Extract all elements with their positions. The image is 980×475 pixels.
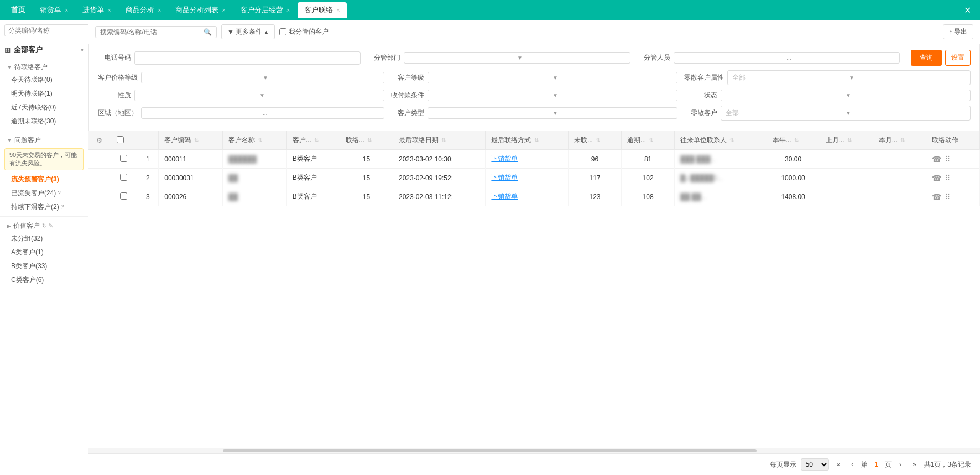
sidebar-item-today[interactable]: 今天待联络(0) (0, 73, 88, 87)
sort-last-contact-date-icon[interactable]: ⇅ (441, 137, 446, 143)
sort-overdue-icon[interactable]: ⇅ (649, 137, 653, 143)
close-customer-connect-tab-icon[interactable]: × (336, 7, 340, 13)
sort-code-icon[interactable]: ⇅ (194, 137, 199, 143)
sidebar-item-tomorrow[interactable]: 明天待联络(1) (0, 87, 88, 101)
customer-type-select[interactable]: ▼ (428, 107, 677, 119)
tab-analysis-list[interactable]: 商品分析列表 × (169, 2, 232, 18)
sort-uncontacted-icon[interactable]: ⇅ (596, 137, 600, 143)
row-last-contact-method-2[interactable]: 下销货单 (486, 187, 569, 206)
col-customer-type[interactable]: 客户... ⇅ (286, 131, 340, 150)
horizontal-scrollbar[interactable] (88, 448, 980, 453)
sidebar-item-classC[interactable]: C类客户(6) (0, 273, 88, 287)
col-last-contact-method[interactable]: 最后联络方式 ⇅ (486, 131, 569, 150)
sidebar-item-lost-risk[interactable]: 流失预警客户(3) (0, 173, 88, 186)
row-checkbox-2[interactable] (111, 187, 137, 206)
action-connect-icon-0[interactable]: ☎ (932, 155, 941, 164)
sidebar-group-problem-label[interactable]: ▼ 问题客户 (0, 133, 88, 146)
my-customers-checkbox-label[interactable]: 我分管的客户 (279, 27, 329, 36)
sort-last-month-icon[interactable]: ⇅ (847, 137, 852, 143)
sort-customer-type-icon[interactable]: ⇅ (314, 137, 319, 143)
sidebar-root-header[interactable]: ⊞ 全部客户 « (0, 41, 88, 58)
filter-search-input[interactable] (100, 28, 204, 36)
col-last-contact-date[interactable]: 最后联络日期 ⇅ (393, 131, 485, 150)
sidebar-group-pending-label[interactable]: ▼ 待联络客户 (0, 60, 88, 73)
settings-button[interactable]: 设置 (945, 50, 971, 66)
last-page-button[interactable]: » (909, 460, 920, 469)
customer-level-select[interactable]: ▼ (428, 72, 677, 83)
sidebar-search-input[interactable] (4, 24, 88, 36)
sidebar-item-declining[interactable]: 持续下滑客户(2) ? (0, 200, 88, 214)
sidebar-item-lost-actual[interactable]: 已流失客户(24) ? (0, 186, 88, 200)
close-analysis-tab-icon[interactable]: × (158, 7, 161, 13)
sidebar-group-value-label[interactable]: ▶ 价值客户 ↻ ✎ (0, 219, 88, 232)
select-all-checkbox[interactable] (117, 136, 124, 143)
query-button[interactable]: 查询 (911, 50, 942, 66)
row-last-contact-method-0[interactable]: 下销货单 (486, 150, 569, 169)
close-customer-tier-tab-icon[interactable]: × (286, 7, 290, 13)
action-more-icon-1[interactable]: ⠿ (945, 174, 950, 182)
zero-attr-select[interactable]: 全部 ▼ (727, 70, 971, 85)
row-checkbox-0[interactable] (111, 150, 137, 169)
payment-select[interactable]: ▼ (428, 90, 677, 101)
close-purchase-tab-icon[interactable]: × (107, 7, 111, 13)
first-page-button[interactable]: « (833, 460, 844, 469)
sidebar-item-classB[interactable]: B类客户(33) (0, 259, 88, 273)
col-uncontacted[interactable]: 未联... ⇅ (568, 131, 621, 150)
sidebar-item-classA[interactable]: A类客户(1) (0, 246, 88, 259)
filter-search-icon[interactable]: 🔍 (204, 28, 212, 36)
prev-page-button[interactable]: ‹ (848, 460, 857, 469)
tab-analysis[interactable]: 商品分析 × (119, 2, 168, 18)
sort-last-contact-method-icon[interactable]: ⇅ (534, 137, 539, 143)
phone-input[interactable] (134, 51, 361, 65)
close-analysis-list-tab-icon[interactable]: × (222, 7, 225, 13)
tab-home[interactable]: 首页 (4, 2, 32, 18)
row-last-contact-method-1[interactable]: 下销货单 (486, 169, 569, 187)
price-level-select[interactable]: ▼ (141, 72, 384, 83)
col-this-year[interactable]: 本年... ⇅ (767, 131, 820, 150)
tab-customer-tier[interactable]: 客户分层经营 × (233, 2, 296, 18)
status-select[interactable]: ▼ (721, 90, 971, 101)
tab-customer-connect[interactable]: 客户联络 × (298, 2, 346, 18)
more-conditions-button[interactable]: ▼ 更多条件 ▲ (221, 24, 275, 39)
sort-name-icon[interactable]: ⇅ (258, 137, 262, 143)
sort-unit-contact-icon[interactable]: ⇅ (729, 137, 734, 143)
col-unit-contact[interactable]: 往来单位联系人 ⇅ (675, 131, 767, 150)
sort-contact-icon[interactable]: ⇅ (367, 137, 372, 143)
col-settings[interactable]: ⚙ (88, 131, 111, 150)
col-overdue[interactable]: 逾期... ⇅ (622, 131, 675, 150)
per-page-select[interactable]: 50 20 100 (801, 458, 829, 471)
gender-select[interactable]: ▼ (134, 90, 384, 101)
window-close-icon[interactable]: ✕ (960, 3, 976, 18)
sort-this-month-icon[interactable]: ⇅ (900, 137, 905, 143)
my-customers-checkbox[interactable] (279, 28, 286, 35)
action-more-icon-2[interactable]: ⠿ (945, 192, 950, 201)
dept-select[interactable]: ▼ (404, 52, 630, 64)
action-connect-icon-2[interactable]: ☎ (932, 192, 941, 201)
sort-this-year-icon[interactable]: ⇅ (794, 137, 799, 143)
export-button[interactable]: ↑ 导出 (943, 24, 973, 39)
col-code[interactable]: 客户编码 ⇅ (159, 131, 223, 150)
col-name[interactable]: 客户名称 ⇅ (222, 131, 286, 150)
action-connect-icon-1[interactable]: ☎ (932, 174, 941, 182)
sidebar-item-week[interactable]: 近7天待联络(0) (0, 101, 88, 114)
scrollbar-thumb[interactable] (223, 449, 757, 452)
value-refresh-icon[interactable]: ↻ (42, 222, 47, 229)
action-more-icon-0[interactable]: ⠿ (945, 155, 950, 164)
zero-customer-select[interactable]: 全部 ▼ (721, 106, 971, 121)
col-checkbox[interactable] (111, 131, 137, 150)
value-edit-icon[interactable]: ✎ (48, 222, 53, 229)
settings-gear-icon[interactable]: ⚙ (96, 137, 102, 144)
row-checkbox-1[interactable] (111, 169, 137, 187)
next-page-button[interactable]: › (896, 460, 905, 469)
manager-select[interactable]: ... (674, 52, 900, 64)
col-last-month[interactable]: 上月... ⇅ (820, 131, 873, 150)
region-select[interactable]: ... (141, 107, 384, 119)
tab-sales[interactable]: 销货单 × (33, 2, 75, 18)
col-contact[interactable]: 联络... ⇅ (340, 131, 393, 150)
sidebar-item-unsegmented[interactable]: 未分组(32) (0, 232, 88, 246)
close-sales-tab-icon[interactable]: × (65, 7, 68, 13)
sidebar-collapse-icon[interactable]: « (80, 47, 84, 53)
sidebar-item-overdue[interactable]: 逾期未联络(30) (0, 114, 88, 128)
col-this-month[interactable]: 本月... ⇅ (873, 131, 926, 150)
tab-purchase[interactable]: 进货单 × (76, 2, 117, 18)
